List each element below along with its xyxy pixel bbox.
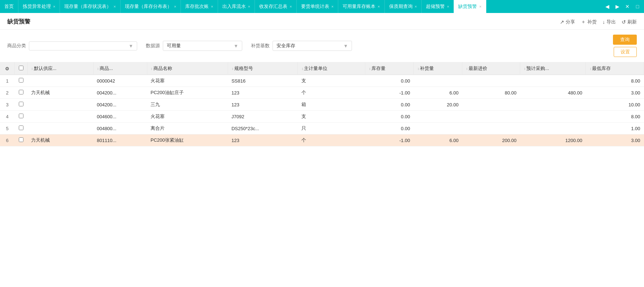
- nav-tab[interactable]: 可用量库存账本×: [338, 0, 384, 13]
- table-row[interactable]: 1 0000042 火花塞 SS816 支 0.00 8.00: [0, 75, 644, 87]
- select-all-checkbox[interactable]: [19, 66, 23, 70]
- row-checkbox[interactable]: [19, 102, 23, 106]
- table-row[interactable]: 5 004800... 离合片 DS250*23c... 只 0.00 1.00: [0, 123, 644, 134]
- row-replenish: [414, 123, 462, 134]
- table-row[interactable]: 2 力天机械 004200... PC200油缸庄子 123 个 -1.00 6…: [0, 87, 644, 99]
- replenish-select[interactable]: 安全库存 ▼: [273, 41, 352, 51]
- row-number: 5: [0, 123, 14, 134]
- row-checkbox-cell[interactable]: [14, 75, 27, 87]
- col-min-stock: ↕ 最低库存: [586, 62, 644, 75]
- nav-tab[interactable]: 要货单统计表×: [297, 0, 338, 13]
- row-spec: 123: [228, 87, 298, 99]
- row-checkbox-cell[interactable]: [14, 111, 27, 123]
- tab-close-icon[interactable]: ×: [447, 4, 449, 9]
- row-product-name: 火花塞: [147, 75, 228, 87]
- row-min-stock: 8.00: [586, 111, 644, 123]
- nav-tab[interactable]: 缺货预警×: [454, 0, 486, 13]
- header-actions: ↗分享＋补货↓导出↺刷新: [560, 19, 637, 25]
- row-checkbox-cell[interactable]: [14, 99, 27, 111]
- sort-supplier-icon[interactable]: ↕: [31, 67, 33, 71]
- row-checkbox-cell[interactable]: [14, 134, 27, 146]
- category-select[interactable]: ▼: [29, 41, 137, 50]
- tab-close-icon[interactable]: ×: [211, 4, 213, 9]
- row-checkbox-cell[interactable]: [14, 123, 27, 134]
- nav-tab[interactable]: 现存量（库存分布表）×: [121, 0, 181, 13]
- row-spec: J7092: [228, 111, 298, 123]
- row-supplier: [27, 99, 93, 111]
- sort-product-name-icon[interactable]: ↕: [151, 67, 153, 71]
- tab-close-icon[interactable]: ×: [248, 4, 250, 9]
- table-row[interactable]: 3 004200... 三九 123 箱 0.00 20.00 10.00: [0, 99, 644, 111]
- tab-close-icon[interactable]: ×: [53, 4, 55, 9]
- nav-tab[interactable]: 收发存汇总表×: [255, 0, 296, 13]
- sort-min-stock-icon[interactable]: ↕: [589, 67, 591, 71]
- nav-prev-button[interactable]: ◀: [602, 1, 612, 12]
- sort-spec-icon[interactable]: ↕: [232, 67, 234, 71]
- sort-est-purchase-icon[interactable]: ↕: [524, 67, 526, 71]
- col-supplier: ↕ 默认供应...: [27, 62, 93, 75]
- table-row[interactable]: 4 004600... 火花塞 J7092 支 0.00 8.00: [0, 111, 644, 123]
- tab-close-icon[interactable]: ×: [479, 4, 481, 9]
- tab-close-icon[interactable]: ×: [290, 4, 292, 9]
- row-supplier: [27, 75, 93, 87]
- nav-tab[interactable]: 出入库流水×: [218, 0, 255, 13]
- row-checkbox[interactable]: [19, 125, 23, 130]
- row-number: 4: [0, 111, 14, 123]
- sort-latest-price-icon[interactable]: ↕: [466, 67, 468, 71]
- col-product-name: ↕ 商品名称: [147, 62, 228, 75]
- category-label: 商品分类: [7, 43, 26, 49]
- nav-tab[interactable]: 现存量（库存状况表）×: [60, 0, 120, 13]
- settings-col-header[interactable]: ⚙: [0, 62, 14, 75]
- tab-close-icon[interactable]: ×: [331, 4, 334, 9]
- row-checkbox-cell[interactable]: [14, 87, 27, 99]
- sort-unit-icon[interactable]: ↕: [301, 67, 303, 71]
- row-number: 3: [0, 99, 14, 111]
- checkbox-col-header[interactable]: [14, 62, 27, 75]
- col-latest-price: ↕ 最新进价: [462, 62, 520, 75]
- nav-tab[interactable]: 首页: [0, 0, 18, 13]
- row-latest-price: 200.00: [462, 134, 520, 146]
- sort-product-code-icon[interactable]: ↕: [97, 67, 99, 71]
- row-checkbox[interactable]: [19, 78, 23, 83]
- settings-button[interactable]: 设置: [614, 47, 637, 57]
- datasource-arrow-icon: ▼: [234, 43, 238, 49]
- datasource-select[interactable]: 可用量 ▼: [163, 41, 242, 51]
- sort-stock-icon[interactable]: ↕: [369, 67, 371, 71]
- tab-close-icon[interactable]: ×: [113, 4, 116, 9]
- header-action-分享[interactable]: ↗分享: [560, 19, 575, 25]
- main-content: 缺货预警 ↗分享＋补货↓导出↺刷新 商品分类 ▼ 数据源 可用量 ▼ 补货基数 …: [0, 13, 644, 287]
- tab-close-icon[interactable]: ×: [378, 4, 380, 9]
- row-checkbox[interactable]: [19, 114, 23, 118]
- replenish-value: 安全库存: [277, 43, 295, 49]
- header-action-补货[interactable]: ＋补货: [581, 19, 597, 25]
- row-checkbox[interactable]: [19, 137, 23, 142]
- nav-next-button[interactable]: ▶: [612, 1, 622, 12]
- nav-close-button[interactable]: ✕: [622, 1, 632, 12]
- row-checkbox[interactable]: [19, 90, 23, 94]
- tab-close-icon[interactable]: ×: [174, 4, 176, 9]
- replenish-arrow-icon: ▼: [343, 43, 348, 49]
- header-action-刷新[interactable]: ↺刷新: [622, 19, 637, 25]
- sort-replenish-icon[interactable]: ↕: [417, 67, 419, 71]
- row-unit: 支: [298, 75, 365, 87]
- tab-close-icon[interactable]: ×: [415, 4, 417, 9]
- row-stock: 0.00: [365, 75, 414, 87]
- row-latest-price: [462, 75, 520, 87]
- query-button[interactable]: 查询: [613, 35, 637, 45]
- nav-tab[interactable]: 超储预警×: [422, 0, 454, 13]
- row-replenish: 6.00: [414, 134, 462, 146]
- filter-actions: 查询 设置: [613, 35, 637, 57]
- nav-tab[interactable]: 库存批次账×: [181, 0, 218, 13]
- nav-maximize-button[interactable]: □: [632, 1, 643, 12]
- row-stock: -1.00: [365, 134, 414, 146]
- datasource-label: 数据源: [146, 43, 160, 49]
- table-row[interactable]: 6 力天机械 801110... PC200张紧油缸 123 个 -1.00 6…: [0, 134, 644, 146]
- row-product-name: PC200油缸庄子: [147, 87, 228, 99]
- row-stock: 0.00: [365, 123, 414, 134]
- row-replenish: [414, 75, 462, 87]
- nav-tab[interactable]: 保质期查询×: [385, 0, 422, 13]
- nav-tab[interactable]: 拣货异常处理×: [18, 0, 60, 13]
- row-product-code: 004200...: [93, 99, 147, 111]
- page-header: 缺货预警 ↗分享＋补货↓导出↺刷新: [0, 13, 644, 30]
- header-action-导出[interactable]: ↓导出: [602, 19, 616, 25]
